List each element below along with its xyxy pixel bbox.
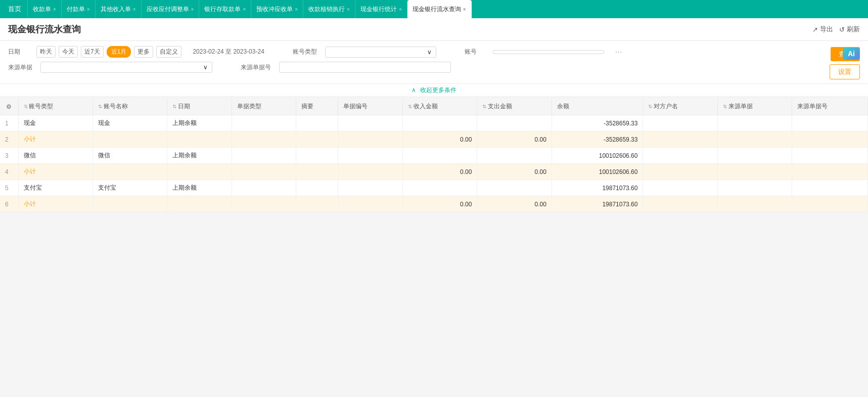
row-number: 5 [0,180,18,196]
source-doc-label: 来源单据 [8,63,32,72]
cell-income [402,115,477,131]
close-icon[interactable]: × [243,7,246,12]
cell-counterpart [643,131,717,148]
collapse-bar[interactable]: ∧ 收起更多条件 [0,84,868,97]
date-buttons: 昨天 今天 近7天 近1月 更多 自定义 [36,46,181,58]
account-type-select[interactable]: ∨ [325,47,436,58]
row-number: 3 [0,148,18,164]
close-icon[interactable]: × [133,7,136,12]
close-icon[interactable]: × [191,7,194,12]
setting-button[interactable]: 设置 [830,64,860,79]
table-row: 1现金现金上期余额-3528659.33 [0,115,868,131]
col-date[interactable]: 日期 [167,98,232,115]
ai-assistant-badge[interactable]: Ai [843,48,860,60]
cell-summary [296,164,338,180]
column-settings[interactable]: ⚙ [0,98,18,115]
filter-row-source: 来源单据 ∨ 来源单据号 [8,62,821,73]
collapse-label: 收起更多条件 [420,86,456,94]
nav-tab-bank[interactable]: 银行存取款单 × [199,0,251,18]
nav-tab-cashstat[interactable]: 现金银行统计 × [355,0,407,18]
close-icon[interactable]: × [295,7,298,12]
nav-tab-verify[interactable]: 收款核销执行 × [303,0,355,18]
nav-tab-adjust[interactable]: 应收应付调整单 × [142,0,200,18]
date-btn-yesterday[interactable]: 昨天 [36,46,56,58]
row-number: 2 [0,131,18,148]
cell-summary [296,148,338,164]
cell-account-name: 支付宝 [93,180,167,196]
col-account-type[interactable]: 账号类型 [18,98,93,115]
nav-home[interactable]: 首页 [2,0,28,18]
close-icon[interactable]: × [53,7,56,12]
account-select[interactable] [493,50,604,54]
cell-date [167,131,232,148]
nav-tab-shoukuan[interactable]: 收款单 × [28,0,62,18]
col-income[interactable]: 收入金额 [402,98,477,115]
cell-source-doc-num [792,131,868,148]
row-number: 4 [0,164,18,180]
cell-source-doc-num [792,115,868,131]
col-account-name[interactable]: 账号名称 [93,98,167,115]
nav-tab-fukuan[interactable]: 付款单 × [62,0,96,18]
cell-account-type: 小计 [18,131,93,148]
col-doc-num[interactable]: 单据编号 [338,98,403,115]
cell-date: 上期余额 [167,148,232,164]
nav-tab-cashflow[interactable]: 现金银行流水查询 × [407,0,472,18]
col-expense[interactable]: 支出金额 [477,98,552,115]
data-table-container: ⚙ 账号类型 账号名称 日期 单据类型 摘要 单据编号 收入金额 支出金额 余额… [0,98,868,212]
col-summary[interactable]: 摘要 [296,98,338,115]
cell-balance: -3528659.33 [552,115,643,131]
cell-expense: 0.00 [477,164,552,180]
row-number: 1 [0,115,18,131]
cell-date: 上期余额 [167,180,232,196]
cell-source-doc-num [792,164,868,180]
source-doc-num-label: 来源单据号 [241,63,271,72]
cell-doc-num [338,180,403,196]
account-more-icon[interactable]: ··· [615,48,622,57]
cell-account-type: 现金 [18,115,93,131]
cell-doc-num [338,115,403,131]
cell-source-doc [717,148,792,164]
nav-tab-prepay[interactable]: 预收冲应收单 × [251,0,303,18]
cell-doc-type [232,196,296,212]
col-source-doc[interactable]: 来源单据 [717,98,792,115]
filter-area: 日期 昨天 今天 近7天 近1月 更多 自定义 2023-02-24 至 202… [0,41,868,84]
export-icon: ↗ [812,26,818,33]
date-btn-custom[interactable]: 自定义 [156,46,181,58]
close-icon[interactable]: × [87,7,90,12]
account-label: 账号 [465,48,485,56]
close-icon[interactable]: × [347,7,350,12]
cell-counterpart [643,148,717,164]
cell-doc-num [338,148,403,164]
cell-summary [296,180,338,196]
filter-row-date: 日期 昨天 今天 近7天 近1月 更多 自定义 2023-02-24 至 202… [8,46,821,58]
date-btn-1month[interactable]: 近1月 [107,46,131,58]
cell-counterpart [643,164,717,180]
col-source-doc-num[interactable]: 来源单据号 [792,98,868,115]
cell-account-name [93,196,167,212]
cell-account-name [93,131,167,148]
table-row: 2小计0.000.00-3528659.33 [0,131,868,148]
refresh-button[interactable]: ↺ 刷新 [839,25,860,34]
cell-doc-type [232,164,296,180]
date-btn-today[interactable]: 今天 [59,46,78,58]
col-counterpart[interactable]: 对方户名 [643,98,717,115]
chevron-down-icon: ∨ [203,64,208,71]
cell-expense: 0.00 [477,131,552,148]
cell-source-doc [717,196,792,212]
close-icon[interactable]: × [463,7,466,12]
date-btn-7days[interactable]: 近7天 [81,46,104,58]
cell-account-name: 微信 [93,148,167,164]
refresh-icon: ↺ [839,26,845,33]
cell-summary [296,131,338,148]
table-row: 3微信微信上期余额100102606.60 [0,148,868,164]
cell-income: 0.00 [402,131,477,148]
nav-tab-others[interactable]: 其他收入单 × [96,0,142,18]
cell-source-doc-num [792,196,868,212]
export-button[interactable]: ↗ 导出 [812,25,833,34]
cell-account-type: 小计 [18,164,93,180]
source-doc-select[interactable]: ∨ [40,62,212,73]
col-doc-type[interactable]: 单据类型 [232,98,296,115]
date-btn-more[interactable]: 更多 [134,46,153,58]
close-icon[interactable]: × [399,7,402,12]
source-doc-num-input[interactable] [279,62,451,73]
